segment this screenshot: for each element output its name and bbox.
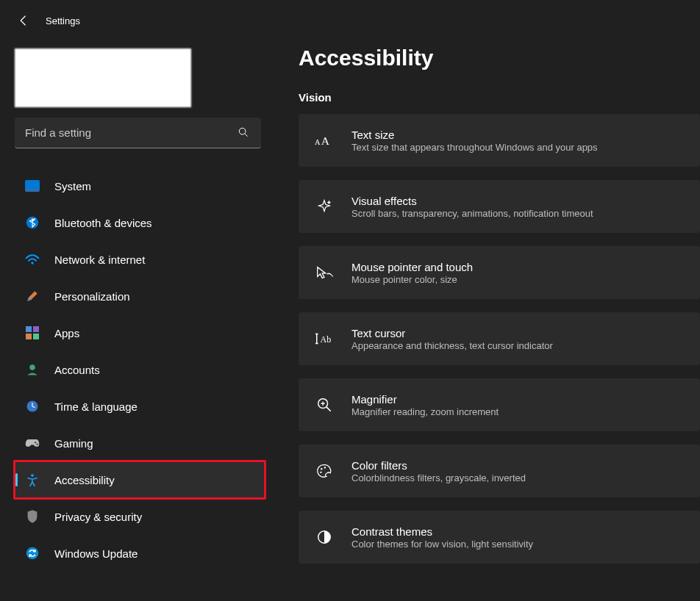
- svg-rect-6: [26, 326, 32, 332]
- tile-subtitle: Magnifier reading, zoom increment: [351, 406, 499, 417]
- tile-title: Text size: [351, 129, 598, 141]
- sidebar-item-privacy[interactable]: Privacy & security: [15, 498, 265, 535]
- apps-icon: [25, 325, 40, 340]
- sidebar-item-label: Time & language: [54, 400, 138, 413]
- tile-subtitle: Colorblindness filters, grayscale, inver…: [351, 472, 526, 483]
- tile-magnifier[interactable]: Magnifier Magnifier reading, zoom increm…: [299, 378, 700, 431]
- sidebar-item-accounts[interactable]: Accounts: [15, 351, 265, 388]
- svg-point-10: [29, 364, 35, 370]
- tile-visual-effects[interactable]: Visual effects Scroll bars, transparency…: [299, 180, 700, 233]
- tile-title: Mouse pointer and touch: [351, 261, 473, 273]
- sync-icon: [25, 546, 40, 561]
- tile-subtitle: Scroll bars, transparency, animations, n…: [351, 208, 593, 219]
- svg-text:Ab: Ab: [320, 334, 331, 345]
- svg-rect-9: [33, 334, 39, 339]
- tile-subtitle: Mouse pointer color, size: [351, 274, 473, 285]
- wifi-icon: [25, 252, 40, 267]
- settings-tiles: AA Text size Text size that appears thro…: [299, 114, 700, 574]
- tile-subtitle: Color themes for low vision, light sensi…: [351, 539, 533, 550]
- sidebar-item-label: Accessibility: [54, 474, 115, 486]
- svg-point-13: [36, 443, 38, 445]
- svg-rect-2: [25, 180, 40, 190]
- svg-point-18: [332, 276, 333, 277]
- app-title: Settings: [46, 15, 80, 26]
- tile-title: Text cursor: [351, 327, 553, 339]
- svg-text:A: A: [321, 134, 330, 147]
- clock-globe-icon: [25, 399, 40, 414]
- sidebar-item-label: Privacy & security: [54, 511, 142, 523]
- sidebar-item-system[interactable]: System: [15, 168, 265, 204]
- tile-title: Magnifier: [351, 393, 499, 406]
- gamepad-icon: [25, 436, 40, 450]
- sparkle-icon: [315, 197, 334, 216]
- svg-rect-8: [26, 334, 32, 339]
- sidebar-item-bluetooth[interactable]: Bluetooth & devices: [15, 204, 265, 241]
- main-content: Accessibility Vision AA Text size Text s…: [279, 35, 700, 601]
- sidebar-item-label: Personalization: [54, 290, 130, 303]
- person-icon: [25, 362, 40, 377]
- sidebar: System Bluetooth & devices Network & int…: [0, 35, 279, 601]
- sidebar-item-gaming[interactable]: Gaming: [15, 425, 265, 461]
- magnifier-icon: [315, 395, 334, 414]
- sidebar-item-time[interactable]: Time & language: [15, 388, 265, 425]
- bluetooth-icon: [25, 215, 40, 230]
- tile-title: Contrast themes: [351, 525, 533, 538]
- palette-icon: [315, 461, 334, 481]
- page-title: Accessibility: [299, 46, 700, 71]
- svg-point-15: [26, 547, 39, 560]
- search-input[interactable]: [15, 118, 261, 148]
- shield-icon: [25, 509, 40, 524]
- svg-rect-3: [25, 189, 40, 192]
- svg-point-25: [321, 468, 322, 469]
- tile-title: Visual effects: [351, 195, 593, 207]
- arrow-left-icon: [17, 14, 30, 27]
- svg-point-5: [31, 262, 33, 264]
- tile-mouse-pointer[interactable]: Mouse pointer and touch Mouse pointer co…: [299, 246, 700, 299]
- tile-title: Color filters: [351, 459, 526, 472]
- sidebar-item-personalization[interactable]: Personalization: [15, 278, 265, 314]
- contrast-icon: [315, 528, 334, 547]
- accessibility-icon: [25, 472, 40, 487]
- tile-subtitle: Appearance and thickness, text cursor in…: [351, 340, 553, 351]
- svg-point-27: [320, 472, 321, 473]
- sidebar-item-accessibility[interactable]: Accessibility: [15, 461, 265, 498]
- paintbrush-icon: [25, 289, 40, 303]
- sidebar-item-label: Bluetooth & devices: [54, 217, 152, 229]
- search-wrap: [15, 118, 261, 148]
- tile-color-filters[interactable]: Color filters Colorblindness filters, gr…: [299, 445, 700, 497]
- tile-subtitle: Text size that appears throughout Window…: [351, 142, 598, 153]
- sidebar-item-update[interactable]: Windows Update: [15, 535, 265, 572]
- tile-text-size[interactable]: AA Text size Text size that appears thro…: [299, 114, 700, 167]
- svg-point-12: [35, 442, 37, 444]
- svg-point-26: [324, 467, 326, 468]
- tile-text-cursor[interactable]: Ab Text cursor Appearance and thickness,…: [299, 312, 700, 365]
- sidebar-item-network[interactable]: Network & internet: [15, 241, 265, 278]
- sidebar-item-label: Gaming: [54, 437, 93, 450]
- mouse-pointer-icon: [315, 263, 334, 282]
- svg-text:A: A: [315, 138, 321, 146]
- sidebar-item-label: Network & internet: [54, 253, 145, 266]
- section-title: Vision: [299, 91, 700, 104]
- svg-point-14: [31, 474, 34, 477]
- window-header: Settings: [0, 0, 700, 35]
- text-size-icon: AA: [315, 131, 334, 150]
- text-cursor-icon: Ab: [315, 329, 334, 348]
- tile-contrast-themes[interactable]: Contrast themes Color themes for low vis…: [299, 511, 700, 564]
- svg-line-22: [326, 407, 330, 411]
- user-profile-block[interactable]: [15, 48, 191, 107]
- svg-rect-7: [33, 326, 39, 332]
- sidebar-item-label: Windows Update: [54, 547, 138, 560]
- sidebar-item-label: Accounts: [54, 364, 100, 376]
- sidebar-nav: System Bluetooth & devices Network & int…: [15, 168, 265, 572]
- sidebar-item-apps[interactable]: Apps: [15, 314, 265, 351]
- sidebar-item-label: System: [54, 180, 91, 192]
- sidebar-item-label: Apps: [54, 327, 79, 339]
- back-button[interactable]: [16, 13, 31, 28]
- monitor-icon: [25, 179, 40, 193]
